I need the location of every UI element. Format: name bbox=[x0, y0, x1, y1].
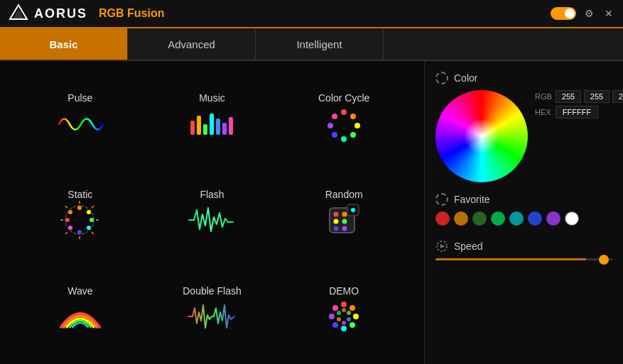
speed-track[interactable] bbox=[435, 258, 612, 260]
hex-value[interactable]: FFFFFF bbox=[556, 106, 598, 118]
rgb-g-value[interactable]: 255 bbox=[584, 90, 610, 103]
svg-rect-3 bbox=[197, 116, 201, 135]
color-section-header: Color bbox=[435, 72, 612, 84]
speed-icon bbox=[435, 240, 448, 253]
modes-panel: Pulse Music bbox=[0, 61, 424, 364]
speed-fill bbox=[435, 258, 586, 260]
fav-color-red[interactable] bbox=[435, 211, 450, 226]
main-content: Pulse Music bbox=[0, 61, 623, 364]
svg-point-22 bbox=[77, 230, 82, 234]
color-label: Color bbox=[454, 72, 477, 84]
right-panel: Color RGB 255 255 255 HEX FFFFFF bbox=[424, 61, 623, 364]
aorus-logo-icon bbox=[9, 4, 28, 23]
svg-point-9 bbox=[341, 109, 347, 115]
svg-line-27 bbox=[92, 206, 94, 208]
settings-button[interactable]: ⚙ bbox=[582, 6, 596, 21]
favorite-section-header: Favorite bbox=[435, 193, 612, 206]
mode-random[interactable]: Random bbox=[278, 165, 410, 261]
close-button[interactable]: ✕ bbox=[602, 6, 616, 21]
svg-point-13 bbox=[341, 136, 347, 142]
hex-label: HEX bbox=[535, 108, 553, 116]
svg-point-50 bbox=[332, 305, 338, 311]
color-cycle-icon bbox=[319, 108, 369, 140]
svg-point-55 bbox=[337, 317, 341, 321]
svg-point-47 bbox=[341, 326, 347, 331]
tab-intelligent[interactable]: Intelligent bbox=[256, 28, 384, 60]
svg-line-33 bbox=[65, 206, 67, 208]
header-controls: ⚙ ✕ bbox=[551, 6, 616, 21]
mode-static[interactable]: Static bbox=[14, 165, 146, 261]
svg-point-24 bbox=[65, 218, 70, 222]
random-icon bbox=[319, 204, 369, 236]
double-flash-icon bbox=[187, 301, 237, 333]
svg-point-45 bbox=[353, 314, 359, 319]
power-toggle[interactable] bbox=[551, 7, 576, 20]
favorite-section: Favorite bbox=[435, 193, 612, 226]
fav-color-dark-green[interactable] bbox=[472, 211, 487, 226]
app-header: AORUS RGB Fusion ⚙ ✕ bbox=[0, 0, 623, 28]
svg-rect-7 bbox=[222, 123, 227, 135]
svg-point-40 bbox=[342, 226, 347, 231]
mode-double-flash[interactable]: Double Flash bbox=[146, 260, 278, 357]
color-values: RGB 255 255 255 HEX FFFFFF bbox=[535, 90, 623, 118]
svg-point-16 bbox=[332, 114, 337, 119]
speed-section-header: Speed bbox=[435, 240, 612, 253]
fav-color-teal[interactable] bbox=[509, 211, 524, 226]
color-section: Color RGB 255 255 255 HEX FFFFFF bbox=[435, 72, 612, 182]
svg-marker-58 bbox=[440, 244, 445, 248]
svg-point-42 bbox=[351, 208, 355, 212]
svg-point-10 bbox=[350, 114, 356, 119]
music-icon bbox=[187, 108, 237, 140]
fav-color-blue[interactable] bbox=[528, 211, 542, 226]
svg-point-56 bbox=[337, 311, 341, 315]
svg-point-23 bbox=[68, 226, 72, 230]
mode-color-cycle[interactable]: Color Cycle bbox=[278, 68, 410, 165]
tab-basic[interactable]: Basic bbox=[0, 28, 128, 60]
svg-point-52 bbox=[347, 311, 351, 315]
speed-slider-container bbox=[435, 258, 612, 260]
svg-rect-6 bbox=[216, 118, 220, 135]
color-wheel-container: RGB 255 255 255 HEX FFFFFF bbox=[435, 90, 612, 182]
demo-icon bbox=[319, 301, 369, 333]
svg-point-37 bbox=[334, 219, 339, 224]
speed-section: Speed bbox=[435, 240, 612, 260]
rgb-b-value[interactable]: 255 bbox=[612, 90, 623, 103]
rgb-label: RGB bbox=[535, 92, 553, 101]
svg-point-14 bbox=[332, 132, 337, 138]
logo-text: AORUS bbox=[34, 6, 87, 21]
hex-row: HEX FFFFFF bbox=[535, 106, 623, 118]
rgb-r-value[interactable]: 255 bbox=[556, 90, 581, 103]
fav-color-white[interactable] bbox=[565, 211, 579, 226]
fav-color-orange[interactable] bbox=[454, 211, 468, 226]
favorite-section-icon bbox=[435, 193, 448, 206]
mode-pulse[interactable]: Pulse bbox=[14, 68, 146, 165]
svg-point-21 bbox=[87, 226, 91, 230]
speed-thumb[interactable] bbox=[599, 255, 609, 265]
svg-point-19 bbox=[87, 210, 91, 214]
tab-advanced[interactable]: Advanced bbox=[128, 28, 256, 60]
svg-rect-8 bbox=[229, 117, 233, 135]
mode-demo[interactable]: DEMO bbox=[278, 260, 410, 357]
flash-icon bbox=[187, 204, 237, 236]
favorite-label: Favorite bbox=[454, 194, 490, 205]
svg-point-11 bbox=[354, 123, 360, 128]
svg-point-15 bbox=[327, 123, 333, 128]
svg-point-12 bbox=[350, 132, 356, 138]
fav-color-green[interactable] bbox=[491, 211, 505, 226]
svg-point-54 bbox=[342, 321, 346, 325]
mode-flash[interactable]: Flash bbox=[146, 165, 278, 261]
svg-rect-2 bbox=[190, 121, 195, 135]
mode-music[interactable]: Music bbox=[146, 68, 278, 165]
mode-wave[interactable]: Wave bbox=[14, 260, 146, 357]
svg-point-20 bbox=[90, 218, 94, 222]
svg-point-18 bbox=[77, 206, 82, 210]
color-section-icon bbox=[435, 72, 448, 84]
pulse-icon bbox=[55, 108, 105, 140]
svg-point-36 bbox=[342, 212, 347, 217]
svg-line-29 bbox=[92, 232, 94, 234]
svg-point-25 bbox=[68, 210, 72, 214]
color-wheel[interactable] bbox=[435, 90, 528, 182]
fav-color-purple[interactable] bbox=[546, 211, 560, 226]
svg-line-31 bbox=[65, 232, 67, 234]
favorites-row bbox=[435, 211, 612, 226]
